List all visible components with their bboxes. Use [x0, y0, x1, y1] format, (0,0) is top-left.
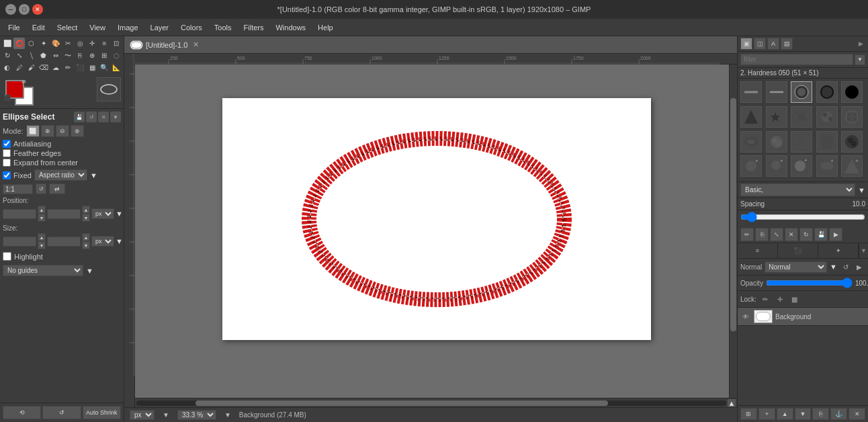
- unit-select[interactable]: px: [130, 410, 155, 420]
- menu-tools[interactable]: Tools: [209, 22, 237, 33]
- menu-view[interactable]: View: [84, 22, 111, 33]
- menu-file[interactable]: File: [3, 22, 26, 33]
- ratio-input[interactable]: [3, 184, 33, 194]
- action-refresh[interactable]: ↻: [799, 228, 813, 241]
- tool-warp[interactable]: 〜: [62, 50, 74, 61]
- brush-cell-12[interactable]: [766, 131, 787, 153]
- duplicate-layer[interactable]: ⎘: [812, 408, 829, 420]
- size-w-up[interactable]: ▲: [38, 233, 46, 241]
- patterns-tab[interactable]: ◫: [754, 38, 766, 50]
- size-unit-select[interactable]: px: [91, 236, 114, 247]
- pos-y-input[interactable]: 219: [47, 209, 81, 219]
- opacity-slider[interactable]: [766, 278, 853, 288]
- position-unit-select[interactable]: px: [91, 208, 114, 219]
- brush-cell-10[interactable]: [841, 106, 863, 128]
- brush-cell-20[interactable]: +: [841, 155, 863, 177]
- brush-cell-1[interactable]: [740, 81, 762, 103]
- lock-alpha[interactable]: ▦: [789, 293, 801, 305]
- tool-gradient[interactable]: ▦: [87, 62, 98, 73]
- new-layer[interactable]: +: [758, 408, 775, 420]
- minimize-button[interactable]: ─: [5, 4, 16, 15]
- swap-colors[interactable]: ⇄: [21, 79, 26, 85]
- menu-colors[interactable]: Colors: [175, 22, 208, 33]
- pos-x-input[interactable]: 444: [3, 209, 36, 219]
- ratio-swap[interactable]: ⇄: [49, 183, 65, 194]
- brush-cell-14[interactable]: [816, 131, 838, 153]
- tool-shear[interactable]: ⧹: [26, 50, 37, 61]
- size-h-down[interactable]: ▼: [82, 241, 90, 249]
- close-button[interactable]: ✕: [32, 4, 43, 15]
- tool-select-by-color[interactable]: 🎨: [50, 38, 61, 49]
- tool-perspective-clone[interactable]: ⊞: [99, 50, 110, 61]
- brush-cell-4[interactable]: [816, 81, 838, 103]
- tool-zoom[interactable]: 🔍: [99, 62, 110, 73]
- brush-cell-5[interactable]: [841, 81, 863, 103]
- tool-dodge[interactable]: ◐: [1, 62, 13, 73]
- tool-foreground-select[interactable]: ◎: [75, 38, 86, 49]
- tool-bucket-fill[interactable]: ⬛: [75, 62, 86, 73]
- antialiasing-checkbox[interactable]: [3, 140, 11, 148]
- lock-position[interactable]: ✛: [774, 293, 786, 305]
- layer-mode-select[interactable]: Normal: [765, 261, 827, 273]
- tool-free-select[interactable]: ⬡: [26, 38, 37, 49]
- layer-icon-reset[interactable]: ↺: [840, 261, 852, 273]
- mode-add[interactable]: ⊕: [41, 125, 54, 137]
- tab-layers-icon1[interactable]: ≡: [738, 243, 778, 258]
- pos-y-down[interactable]: ▼: [82, 214, 90, 222]
- brush-cell-8[interactable]: [791, 106, 812, 128]
- layer-icon-expand[interactable]: ▶: [853, 261, 865, 273]
- tool-airbrush[interactable]: ☁: [50, 62, 61, 73]
- guides-select[interactable]: No guides: [3, 265, 83, 276]
- brush-cell-19[interactable]: +: [816, 155, 838, 177]
- size-w-down[interactable]: ▼: [38, 241, 46, 249]
- pos-x-up[interactable]: ▲: [38, 206, 46, 214]
- menu-filters[interactable]: Filters: [238, 22, 269, 33]
- action-copy[interactable]: ⎘: [755, 228, 769, 241]
- tool-blur[interactable]: ◌: [111, 50, 122, 61]
- fixed-select[interactable]: Aspect ratio: [34, 169, 87, 181]
- brush-cell-2[interactable]: [766, 81, 787, 103]
- brush-cell-9[interactable]: [816, 106, 838, 128]
- scroll-up-btn[interactable]: ▲: [728, 399, 736, 407]
- size-w-input[interactable]: 1113: [3, 237, 36, 247]
- mode-intersect[interactable]: ⊗: [71, 125, 84, 137]
- brush-cell-16[interactable]: +: [740, 155, 762, 177]
- tab-channels[interactable]: ⬛: [778, 243, 818, 258]
- lock-pixels[interactable]: ✏: [759, 293, 771, 305]
- horizontal-scrollbar[interactable]: ▲: [135, 398, 737, 407]
- brush-cell-18[interactable]: +: [791, 155, 812, 177]
- fixed-checkbox[interactable]: [3, 171, 11, 179]
- brush-cell-6[interactable]: [740, 106, 762, 128]
- tool-align[interactable]: ≡: [99, 38, 110, 49]
- menu-image[interactable]: Image: [112, 22, 144, 33]
- action-delete[interactable]: ✕: [785, 228, 798, 241]
- brush-cell-15[interactable]: [841, 131, 863, 153]
- layer-visibility-toggle[interactable]: 👁: [740, 311, 751, 322]
- tab-paths[interactable]: ✦: [818, 243, 859, 258]
- size-h-up[interactable]: ▲: [82, 233, 90, 241]
- anchor-layer[interactable]: ⚓: [830, 408, 847, 420]
- size-h-input[interactable]: 720: [47, 237, 81, 247]
- opt-save[interactable]: 💾: [74, 112, 85, 122]
- menu-edit[interactable]: Edit: [27, 22, 50, 33]
- brush-filter-input[interactable]: [740, 54, 853, 65]
- tool-move[interactable]: ✛: [87, 38, 98, 49]
- ratio-reset[interactable]: ↺: [36, 183, 46, 194]
- tool-eraser[interactable]: ⌫: [38, 62, 49, 73]
- tool-perspective[interactable]: ⬟: [38, 50, 49, 61]
- brush-cell-7[interactable]: ★: [766, 106, 787, 128]
- action-edit[interactable]: ✏: [740, 228, 754, 241]
- expand-from-center-checkbox[interactable]: [3, 159, 11, 167]
- brush-cell-13[interactable]: [791, 131, 812, 153]
- tool-rotate[interactable]: ↻: [1, 50, 13, 61]
- maximize-button[interactable]: □: [19, 4, 30, 15]
- brushes-tab-foreground[interactable]: ▣: [740, 38, 752, 50]
- highlight-checkbox[interactable]: [3, 252, 11, 261]
- opt-delete[interactable]: ✕: [98, 112, 109, 122]
- action-scale[interactable]: ⤡: [770, 228, 783, 241]
- reset-button[interactable]: ↺: [42, 406, 81, 419]
- mode-subtract[interactable]: ⊖: [56, 125, 69, 137]
- opt-more[interactable]: ▼: [110, 112, 121, 122]
- brush-cell-11[interactable]: [740, 131, 762, 153]
- tool-crop[interactable]: ⊡: [111, 38, 122, 49]
